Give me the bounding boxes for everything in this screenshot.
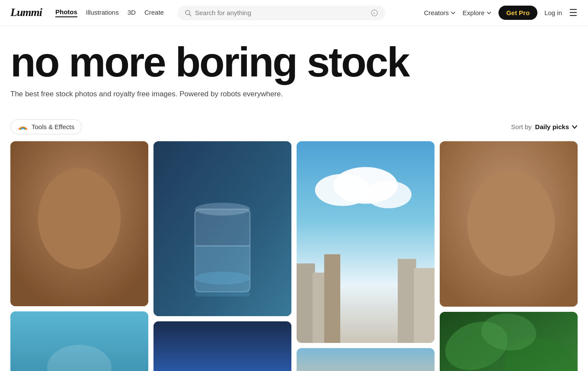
svg-rect-24 — [398, 259, 416, 343]
photo-woman-face-img — [440, 141, 578, 307]
photo-card[interactable] — [10, 311, 148, 371]
photo-city-low-img — [297, 348, 435, 371]
svg-rect-26 — [297, 348, 435, 371]
photo-sky-img — [297, 141, 435, 343]
sort-dropdown[interactable]: Daily picks — [535, 123, 578, 130]
nav-3d[interactable]: 3D — [128, 9, 136, 17]
photo-blue-img — [153, 321, 291, 371]
photo-card[interactable] — [153, 321, 291, 371]
toolbar: Tools & Effects Sort by Daily picks — [0, 119, 588, 134]
nav-illustrations[interactable]: Illustrations — [86, 9, 119, 17]
explore-dropdown[interactable]: Explore — [463, 9, 492, 16]
ai-icon: ✦ — [371, 9, 378, 17]
chevron-down-icon — [451, 10, 456, 16]
photo-col-1 — [10, 141, 148, 371]
photo-card[interactable] — [440, 312, 578, 371]
get-pro-button[interactable]: Get Pro — [499, 6, 537, 20]
sort-area: Sort by Daily picks — [511, 123, 578, 130]
svg-rect-29 — [440, 141, 578, 307]
hamburger-menu[interactable]: ☰ — [569, 7, 578, 19]
search-icon — [185, 10, 192, 16]
photo-col-3 — [297, 141, 435, 371]
photo-card[interactable] — [10, 141, 148, 306]
nav-links: Photos Illustrations 3D Create — [55, 8, 164, 17]
nav-create[interactable]: Create — [144, 9, 164, 17]
svg-rect-25 — [414, 268, 435, 343]
svg-rect-21 — [297, 263, 315, 343]
rainbow-icon — [18, 124, 28, 130]
login-button[interactable]: Log in — [544, 9, 562, 16]
navbar: Lummi Photos Illustrations 3D Create ✦ C… — [0, 0, 588, 26]
photo-leaves-img — [440, 312, 578, 371]
search-input[interactable] — [195, 9, 367, 16]
hero-subtitle: The best free stock photos and royalty f… — [10, 90, 578, 98]
photo-man-face-img — [10, 141, 148, 306]
svg-point-20 — [366, 181, 412, 209]
hero-title: no more boring stock — [10, 41, 578, 83]
hero-section: no more boring stock The best free stock… — [0, 26, 588, 119]
photo-glass-img — [153, 141, 291, 316]
svg-line-2 — [189, 14, 191, 16]
creators-dropdown[interactable]: Creators — [424, 9, 456, 16]
photo-card[interactable] — [297, 141, 435, 343]
svg-text:✦: ✦ — [372, 12, 375, 16]
photo-card[interactable] — [297, 348, 435, 371]
search-bar[interactable]: ✦ — [178, 6, 385, 20]
chevron-down-icon — [572, 124, 578, 130]
photo-card[interactable] — [440, 141, 578, 307]
photo-card[interactable] — [153, 141, 291, 316]
chevron-down-icon — [486, 10, 492, 16]
svg-point-12 — [195, 203, 250, 216]
svg-rect-23 — [324, 254, 340, 343]
svg-text:Lummi: Lummi — [10, 6, 43, 19]
photo-grid — [0, 141, 588, 371]
photo-swimmer-img — [10, 311, 148, 371]
logo[interactable]: Lummi — [10, 5, 45, 21]
tools-effects-button[interactable]: Tools & Effects — [10, 119, 82, 134]
svg-rect-14 — [195, 246, 249, 296]
logo-svg: Lummi — [10, 5, 45, 19]
svg-rect-7 — [10, 141, 148, 306]
photo-col-2 — [153, 141, 291, 371]
nav-right: Creators Explore Get Pro Log in ☰ — [424, 6, 578, 20]
svg-rect-16 — [153, 321, 291, 371]
nav-photos[interactable]: Photos — [55, 8, 77, 17]
photo-col-4 — [440, 141, 578, 371]
